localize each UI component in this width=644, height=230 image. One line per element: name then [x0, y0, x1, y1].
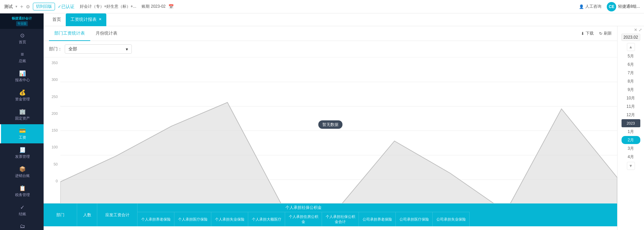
month-item-7月[interactable]: 7月 — [622, 69, 640, 77]
sidebar-label-tax: 税务管理 — [15, 192, 30, 197]
month-list: 5月6月7月8月9月10月11月12月20231月2月3月4月 — [622, 52, 640, 161]
sidebar-icon-salary: 💳 — [19, 128, 26, 134]
month-item-4月[interactable]: 4月 — [622, 153, 640, 161]
sidebar-icon-reports: 📊 — [19, 70, 26, 77]
month-item-12月[interactable]: 12月 — [622, 111, 640, 119]
sidebar-icon-ledger: ≡ — [21, 51, 24, 57]
month-item-1月[interactable]: 1月 — [622, 128, 640, 136]
th-sub-个人承担医疗保险: 个人承担医疗保险 — [174, 212, 211, 226]
th-sub-个人承担住房公积金: 个人承担住房公积金 — [285, 212, 322, 226]
sub-tab-dept[interactable]: 部门工资统计表 — [49, 26, 90, 41]
refresh-icon: ↻ — [599, 31, 602, 36]
table-header-row: 部门人数应发工资合计个人承担社保公积金个人承担养老保险个人承担医疗保险个人承担失… — [44, 203, 617, 226]
nav-up-button[interactable]: ▲ — [627, 43, 635, 51]
th-应发工资合计: 应发工资合计 — [97, 203, 138, 226]
filter-row: 部门： 全部 ▾ — [44, 41, 617, 57]
nav-down-button[interactable]: ▼ — [627, 162, 635, 170]
header-add-button[interactable]: + — [20, 4, 23, 10]
th-sub-公司承担养老保险: 公司承担养老保险 — [359, 212, 396, 226]
year-display[interactable]: 2023.02 — [621, 34, 640, 41]
account-period: 账期 2023-02 — [142, 4, 165, 9]
th-sub-公司承担失业保险: 公司承担失业保险 — [433, 212, 470, 226]
sidebar-icon-tax: 📋 — [19, 185, 26, 191]
sidebar-item-reports[interactable]: 📊报表中心 — [0, 67, 44, 86]
month-item-8月[interactable]: 8月 — [622, 77, 640, 85]
consult-icon: 👤 — [579, 4, 584, 9]
right-panel-close-row: ✕ ⤢ — [618, 26, 644, 34]
dept-select[interactable]: 全部 ▾ — [65, 44, 132, 54]
sidebar-label-ledger: 总账 — [19, 58, 26, 63]
user-name[interactable]: 轻捷通8组... — [618, 4, 640, 9]
main-layout: 畅捷通好会计 专业版 ⊙首页≡总账📊报表中心💰资金管理🏢固定资产💳工资🧾发票管理… — [0, 13, 644, 230]
sidebar-item-assets[interactable]: 🏢固定资产 — [0, 105, 44, 124]
month-item-9月[interactable]: 9月 — [622, 86, 640, 94]
tab-salary-report[interactable]: 工资统计报表 ✕ — [66, 13, 106, 26]
month-item-5月[interactable]: 5月 — [622, 52, 640, 60]
chart-y-axis: 350300250200150100500 — [44, 57, 60, 186]
sidebar-item-funds[interactable]: 💰资金管理 — [0, 86, 44, 105]
chart-svg — [60, 57, 617, 203]
download-icon: ⬇ — [581, 31, 584, 36]
y-label: 0 — [46, 179, 58, 183]
logo-text: 畅捷通好会计 — [12, 16, 32, 20]
sidebar-item-tax[interactable]: 📋税务管理 — [0, 182, 44, 201]
page-content: 部门工资统计表 月份统计表 ⬇ 下载 ↻ 刷新 — [44, 26, 644, 230]
th-sub-公司承担医疗保险: 公司承担医疗保险 — [396, 212, 433, 226]
th-group-personal: 个人承担社保公积金个人承担养老保险个人承担医疗保险个人承担失业保险个人承担大额医… — [138, 203, 470, 226]
month-item-2023[interactable]: 2023 — [622, 119, 640, 127]
avatar[interactable]: CE — [607, 2, 616, 11]
table-container: 部门人数应发工资合计个人承担社保公积金个人承担养老保险个人承担医疗保险个人承担失… — [44, 203, 617, 230]
sidebar-logo: 畅捷通好会计 专业版 — [0, 13, 44, 29]
sidebar-item-archive[interactable]: 🗂归档管理 — [0, 220, 44, 230]
sidebar-label-assets: 固定资产 — [15, 116, 30, 121]
chart-container: 350300250200150100500 暂无数据 — [44, 57, 617, 203]
sidebar-icon-archive: 🗂 — [20, 223, 25, 229]
month-item-3月[interactable]: 3月 — [622, 144, 640, 152]
th-人数: 人数 — [77, 203, 97, 226]
sub-tab-monthly[interactable]: 月份统计表 — [90, 26, 123, 41]
sidebar-item-invoice[interactable]: 🧾发票管理 — [0, 143, 44, 163]
switch-old-version-button[interactable]: 切到旧版 — [33, 3, 55, 10]
month-item-11月[interactable]: 11月 — [622, 102, 640, 110]
th-部门: 部门 — [44, 203, 77, 226]
month-item-2月[interactable]: 2月 — [622, 136, 640, 144]
month-item-6月[interactable]: 6月 — [622, 60, 640, 68]
header-dropdown-icon[interactable]: ▾ — [15, 4, 17, 9]
header-right: 👤 人工咨询 CE 轻捷通8组... — [579, 2, 640, 11]
sub-tabs: 部门工资统计表 月份统计表 ⬇ 下载 ↻ 刷新 — [44, 26, 617, 41]
download-button[interactable]: ⬇ 下载 — [581, 31, 594, 36]
sidebar-item-sales[interactable]: 📦进销台账 — [0, 163, 44, 182]
th-sub-个人承担社保公积金合计: 个人承担社保公积金合计 — [322, 212, 359, 226]
header-settings-button[interactable]: ⚙ — [26, 4, 30, 9]
content-area: 首页 工资统计报表 ✕ 部门工资统计表 月份统计表 — [44, 13, 644, 230]
sidebar-label-salary: 工资 — [19, 135, 26, 140]
tabs-bar: 首页 工资统计报表 ✕ — [44, 13, 644, 26]
sidebar-label-reports: 报表中心 — [15, 78, 30, 83]
sidebar-label-home: 首页 — [19, 40, 26, 45]
consult-button[interactable]: 👤 人工咨询 — [579, 4, 601, 9]
sidebar-item-salary[interactable]: 💳工资 — [0, 124, 44, 143]
sidebar-label-invoice: 发票管理 — [15, 154, 30, 159]
y-label: 300 — [46, 78, 58, 82]
sidebar-item-checkout[interactable]: ✓结账 — [0, 201, 44, 220]
sidebar-items: ⊙首页≡总账📊报表中心💰资金管理🏢固定资产💳工资🧾发票管理📦进销台账📋税务管理✓… — [0, 29, 44, 230]
y-label: 200 — [46, 111, 58, 116]
y-label: 150 — [46, 128, 58, 132]
sidebar-item-ledger[interactable]: ≡总账 — [0, 48, 44, 67]
expand-icon[interactable]: ⤢ — [639, 28, 642, 32]
calendar-icon[interactable]: 📅 — [168, 4, 174, 9]
tab-home[interactable]: 首页 — [48, 13, 66, 26]
sidebar-icon-sales: 📦 — [19, 166, 26, 172]
refresh-button[interactable]: ↻ 刷新 — [599, 31, 612, 36]
sidebar: 畅捷通好会计 专业版 ⊙首页≡总账📊报表中心💰资金管理🏢固定资产💳工资🧾发票管理… — [0, 13, 44, 230]
close-panel-button[interactable]: ✕ — [634, 28, 637, 32]
month-item-10月[interactable]: 10月 — [622, 94, 640, 102]
th-sub-个人承担大额医疗: 个人承担大额医疗 — [248, 212, 285, 226]
top-header: 测试 ▾ + ⚙ 切到旧版 ✓已认证 好会计（专）+好生意（标）+... 账期 … — [0, 0, 644, 13]
sidebar-icon-invoice: 🧾 — [19, 147, 26, 153]
tab-close-icon[interactable]: ✕ — [99, 17, 102, 21]
sub-tabs-left: 部门工资统计表 月份统计表 — [49, 26, 123, 41]
right-panel: ✕ ⤢ 2023.02 ▲ 5月6月7月8月9月10月11月12月20231月2… — [617, 26, 644, 230]
sidebar-item-home[interactable]: ⊙首页 — [0, 29, 44, 48]
sidebar-icon-home: ⊙ — [20, 32, 24, 39]
